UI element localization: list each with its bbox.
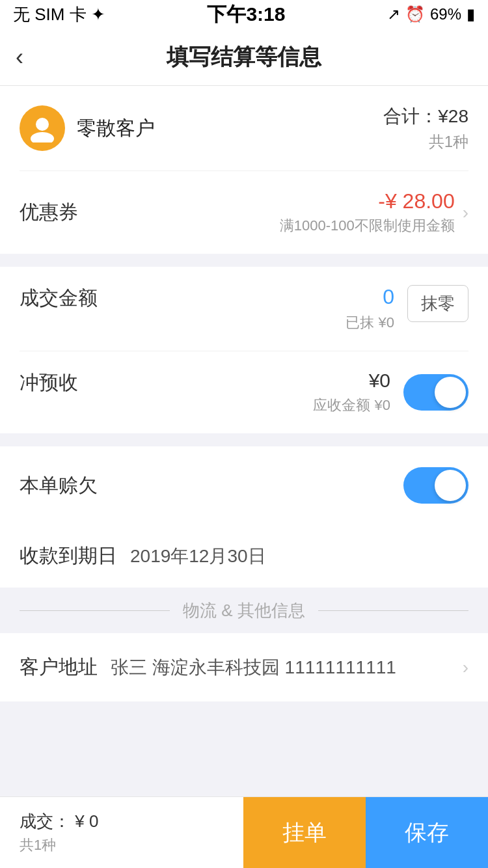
coupon-label: 优惠券	[20, 199, 78, 226]
status-bar: 无 SIM 卡 ✦ 下午3:18 ↗ ⏰ 69% ▮	[0, 0, 488, 29]
section-divider-1	[0, 254, 488, 267]
debt-row: 本单赊欠	[20, 446, 468, 524]
section-divider-2	[0, 433, 488, 446]
debt-section: 本单赊欠 收款到期日 2019年12月30日	[0, 446, 488, 588]
amount-right: 0 已抹 ¥0 抹零	[346, 285, 468, 332]
customer-avatar	[20, 105, 65, 151]
amount-value: 0	[346, 285, 394, 309]
address-row[interactable]: 客户地址 张三 海淀永丰科技园 11111111111 ›	[20, 633, 468, 701]
nav-bar: ‹ 填写结算等信息	[0, 29, 488, 86]
prepay-row: 冲预收 ¥0 应收金额 ¥0	[20, 351, 468, 433]
debt-toggle-circle	[435, 470, 466, 501]
coupon-discount: -¥ 28.00	[280, 189, 455, 213]
status-right: ↗ ⏰ 69% ▮	[387, 5, 475, 23]
customer-left: 零散客户	[20, 105, 155, 151]
battery-text: 69%	[430, 5, 461, 23]
alarm-icon: ⏰	[405, 5, 425, 23]
debt-label: 本单赊欠	[20, 472, 98, 499]
customer-section: 零散客户 合计：¥28 共1种 优惠券 -¥ 28.00 满1000-100不限…	[0, 86, 488, 254]
address-value: 张三 海淀永丰科技园 11111111111	[111, 655, 460, 680]
user-icon	[28, 114, 57, 142]
transaction-section: 成交金额 0 已抹 ¥0 抹零 冲预收 ¥0 应收金额 ¥0	[0, 267, 488, 433]
amount-label: 成交金额	[20, 285, 98, 312]
customer-name: 零散客户	[77, 115, 155, 142]
erase-button[interactable]: 抹零	[407, 285, 468, 322]
prepay-info: ¥0 应收金额 ¥0	[313, 370, 390, 415]
footer-deal-label: 成交：	[20, 811, 70, 831]
logistics-label: 物流 & 其他信息	[183, 599, 305, 622]
divider-line-right	[318, 610, 468, 611]
footer-deal: 成交： ¥ 0	[20, 810, 224, 833]
logistics-divider: 物流 & 其他信息	[0, 588, 488, 633]
customer-right: 合计：¥28 共1种	[383, 104, 468, 152]
prepay-amount: ¥0	[313, 370, 390, 392]
status-left: 无 SIM 卡 ✦	[13, 3, 105, 26]
prepay-receivable: 应收金额 ¥0	[313, 396, 390, 415]
coupon-desc: 满1000-100不限制使用金额	[280, 216, 455, 236]
address-content: 客户地址 张三 海淀永丰科技园 11111111111	[20, 654, 460, 681]
customer-total: 合计：¥28	[383, 104, 468, 129]
amount-value-wrap: 0 已抹 ¥0	[346, 285, 394, 332]
debt-toggle[interactable]	[403, 467, 468, 504]
back-button[interactable]: ‹	[16, 44, 23, 71]
amount-row: 成交金额 0 已抹 ¥0 抹零	[20, 267, 468, 351]
amount-erased: 已抹 ¥0	[346, 313, 394, 332]
coupon-info: -¥ 28.00 满1000-100不限制使用金额	[280, 189, 455, 236]
footer-left: 成交： ¥ 0 共1种	[0, 810, 243, 855]
prepay-toggle[interactable]	[403, 374, 468, 411]
coupon-row[interactable]: 优惠券 -¥ 28.00 满1000-100不限制使用金额 ›	[20, 171, 468, 254]
prepay-right: ¥0 应收金额 ¥0	[313, 370, 468, 415]
battery-icon: ▮	[467, 5, 475, 23]
prepay-label: 冲预收	[20, 370, 78, 396]
save-button[interactable]: 保存	[366, 797, 488, 869]
status-time: 下午3:18	[207, 1, 285, 28]
footer-count: 共1种	[20, 835, 224, 855]
divider-line-left	[20, 610, 170, 611]
duedate-label: 收款到期日	[20, 543, 117, 569]
bottom-spacer	[0, 701, 488, 780]
coupon-right: -¥ 28.00 满1000-100不限制使用金额 ›	[280, 189, 468, 236]
svg-point-0	[36, 118, 49, 131]
logistics-divider-line: 物流 & 其他信息	[0, 599, 488, 622]
address-chevron: ›	[463, 657, 468, 678]
duedate-row: 收款到期日 2019年12月30日	[20, 524, 468, 588]
address-label: 客户地址	[20, 654, 98, 681]
duedate-value: 2019年12月30日	[130, 544, 266, 569]
footer-bar: 成交： ¥ 0 共1种 挂单 保存	[0, 796, 488, 868]
footer-deal-amount: ¥ 0	[75, 811, 98, 831]
svg-point-1	[31, 132, 54, 142]
customer-count: 共1种	[383, 131, 468, 152]
hold-button[interactable]: 挂单	[243, 797, 366, 869]
toggle-circle	[435, 377, 466, 408]
customer-row: 零散客户 合计：¥28 共1种	[20, 86, 468, 171]
sim-status: 无 SIM 卡 ✦	[13, 3, 105, 26]
location-icon: ↗	[387, 5, 400, 23]
address-section: 客户地址 张三 海淀永丰科技园 11111111111 ›	[0, 633, 488, 701]
page-title: 填写结算等信息	[167, 42, 321, 72]
coupon-chevron: ›	[463, 202, 468, 223]
